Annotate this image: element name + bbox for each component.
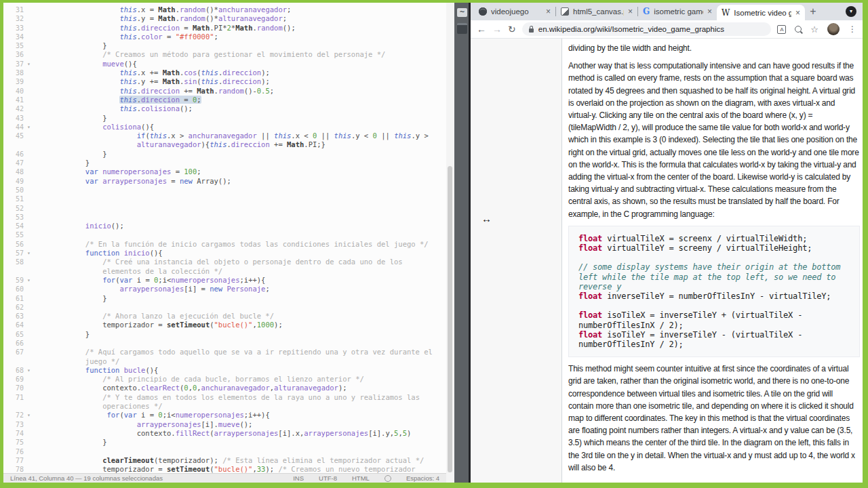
- code-row[interactable]: 50: [3, 186, 446, 195]
- code-row[interactable]: 58 /* Creé una instancia del objeto o pe…: [3, 258, 446, 266]
- code-row[interactable]: 33 this.direccion = Math.PI*2*Math.rando…: [3, 24, 446, 33]
- code-row[interactable]: 66: [3, 339, 446, 348]
- code-row[interactable]: 43 }: [3, 114, 446, 123]
- code-line-text[interactable]: /* Al principio de cada bucle, borramos …: [34, 375, 364, 384]
- code-line-text[interactable]: contexto.clearRect(0,0,anchuranavegador,…: [34, 384, 347, 392]
- code-line-text[interactable]: operaciones */: [34, 402, 163, 411]
- code-line-text[interactable]: }: [34, 294, 106, 303]
- code-row[interactable]: 36 /* Creamos un método para gestionar e…: [3, 50, 446, 59]
- code-line-text[interactable]: this.direccion = 0;: [34, 96, 201, 104]
- close-tab-icon[interactable]: ×: [795, 8, 800, 18]
- code-row[interactable]: 63 /* Ahora lanzo la ejecución del bucle…: [3, 312, 446, 321]
- code-line-text[interactable]: clearTimeout(temporizador); /* Esta líne…: [34, 456, 424, 465]
- encoding-selector[interactable]: UTF-8: [319, 474, 337, 482]
- address-bar[interactable]: en.wikipedia.org/wiki/Isometric_video_ga…: [522, 22, 772, 36]
- code-line-text[interactable]: for(var i = 0;i<numeropersonajes;i++){: [34, 276, 265, 285]
- indentation-selector[interactable]: Espacios: 4: [406, 474, 439, 482]
- profile-chevron-icon[interactable]: ▾: [846, 6, 856, 17]
- editor-scrollbar-thumb[interactable]: [448, 166, 452, 472]
- code-row[interactable]: 78 temporizador = setTimeout("bucle()",3…: [3, 465, 446, 473]
- code-line-text[interactable]: /* Ahora lanzo la ejecución del bucle */: [34, 312, 274, 321]
- code-row[interactable]: 71 /* Y te damos en todos los elementos …: [3, 393, 446, 402]
- code-row[interactable]: 57▾ function inicio(){: [3, 249, 446, 258]
- code-line-text[interactable]: for(var i = 0;i<numeropersonajes;i++){: [34, 411, 270, 420]
- code-row[interactable]: 39 this.y += Math.sin(this.direccion);: [3, 77, 446, 86]
- code-line-text[interactable]: this.colisiona();: [34, 104, 193, 113]
- code-line-text[interactable]: contexto.fillRect(arraypersonajes[i].x,a…: [34, 429, 411, 438]
- code-line-text[interactable]: function inicio(){: [34, 249, 163, 258]
- code-line-text[interactable]: /* Creé una instancia del objeto o perso…: [34, 258, 403, 266]
- briefcase-file-icon[interactable]: [457, 23, 467, 34]
- code-row[interactable]: 44▾ colisiona(){: [3, 123, 446, 131]
- code-row[interactable]: 47 }: [3, 159, 446, 167]
- tab-html5-canvas[interactable]: html5_canvas.png (13 ×: [556, 3, 637, 20]
- code-line-text[interactable]: /* Creamos un método para gestionar el m…: [34, 50, 385, 59]
- code-row[interactable]: 52: [3, 204, 446, 213]
- code-line-text[interactable]: }: [34, 330, 90, 339]
- code-row[interactable]: 69 /* Al principio de cada bucle, borram…: [3, 375, 446, 384]
- code-row[interactable]: 73 arraypersonajes[i].mueve();: [3, 420, 446, 429]
- code-row[interactable]: 75 }: [3, 438, 446, 447]
- reload-button[interactable]: ↻: [508, 24, 516, 35]
- code-row[interactable]: 35 }: [3, 41, 446, 50]
- code-row[interactable]: 70 contexto.clearRect(0,0,anchuranavegad…: [3, 384, 446, 392]
- code-row[interactable]: 51: [3, 195, 446, 203]
- code-line-text[interactable]: elementos de la colección */: [34, 267, 222, 276]
- close-tab-icon[interactable]: ×: [628, 7, 633, 16]
- code-line-text[interactable]: if(this.x > anchuranavegador || this.x <…: [34, 131, 429, 140]
- fold-arrow-icon[interactable]: ▾: [24, 276, 34, 285]
- code-line-text[interactable]: this.y += Math.sin(this.direccion);: [34, 77, 270, 86]
- code-line-text[interactable]: alturanavegador){this.direccion += Math.…: [34, 140, 326, 149]
- editor-scrollbar-track[interactable]: [446, 3, 454, 483]
- fold-arrow-icon[interactable]: ▾: [24, 60, 34, 68]
- code-line-text[interactable]: /* Aquí cargamos todo aquello que se va …: [34, 348, 433, 357]
- code-row[interactable]: 60 arraypersonajes[i] = new Personaje;: [3, 285, 446, 293]
- code-row[interactable]: 61 }: [3, 294, 446, 303]
- code-line-text[interactable]: var arraypersonajes = new Array();: [34, 177, 231, 186]
- code-line-text[interactable]: temporizador = setTimeout("bucle()",1000…: [34, 321, 283, 329]
- forward-button[interactable]: →: [492, 24, 502, 35]
- code-row[interactable]: 76: [3, 447, 446, 456]
- profile-avatar[interactable]: [827, 23, 840, 35]
- code-row[interactable]: elementos de la colección */: [3, 267, 446, 276]
- code-line-text[interactable]: juego */: [34, 357, 119, 366]
- code-line-text[interactable]: var numeropersonajes = 100;: [34, 167, 201, 176]
- code-row[interactable]: 40 this.direccion += Math.random()-0.5;: [3, 87, 446, 96]
- code-row[interactable]: 68▾ function bucle(){: [3, 366, 446, 375]
- code-row[interactable]: 53: [3, 213, 446, 222]
- url-text[interactable]: en.wikipedia.org/wiki/Isometric_video_ga…: [538, 25, 724, 33]
- new-tab-button[interactable]: +: [805, 3, 821, 20]
- code-row[interactable]: 59▾ for(var i = 0;i<numeropersonajes;i++…: [3, 276, 446, 285]
- code-row[interactable]: 31 this.x = Math.random()*anchuranavegad…: [3, 5, 446, 14]
- code-row[interactable]: 55: [3, 230, 446, 239]
- code-row[interactable]: alturanavegador){this.direccion += Math.…: [3, 140, 446, 149]
- code-line-text[interactable]: colisiona(){: [34, 123, 154, 131]
- code-row[interactable]: 72▾ for(var i = 0;i<numeropersonajes;i++…: [3, 411, 446, 420]
- syntax-selector[interactable]: HTML: [352, 474, 370, 482]
- tab-google-search[interactable]: G isometric games wikip ×: [638, 3, 717, 20]
- tab-isometric-wikipedia[interactable]: W Isometric video game ×: [717, 5, 805, 20]
- code-line-text[interactable]: temporizador = setTimeout("bucle()",33);…: [34, 465, 416, 473]
- code-row[interactable]: 46 }: [3, 150, 446, 159]
- code-line-text[interactable]: this.y = Math.random()*alturanavegador;: [34, 14, 287, 23]
- fold-arrow-icon[interactable]: ▾: [24, 123, 34, 131]
- code-line-text[interactable]: /* En la función de inicio cargamos toda…: [34, 240, 429, 249]
- code-line-text[interactable]: arraypersonajes[i].mueve();: [34, 420, 252, 429]
- code-row[interactable]: operaciones */: [3, 402, 446, 411]
- code-line-text[interactable]: function bucle(){: [34, 366, 158, 375]
- code-line-text[interactable]: }: [34, 150, 106, 159]
- zoom-icon[interactable]: [795, 26, 802, 33]
- code-row[interactable]: 54 inicio();: [3, 222, 446, 230]
- code-line-text[interactable]: }: [34, 114, 106, 123]
- code-row[interactable]: 62: [3, 303, 446, 312]
- code-line-text[interactable]: }: [34, 41, 106, 50]
- code-row[interactable]: 32 this.y = Math.random()*alturanavegado…: [3, 14, 446, 23]
- code-line-text[interactable]: this.color = "#ff0000";: [34, 33, 218, 41]
- close-tab-icon[interactable]: ×: [546, 7, 551, 16]
- code-line-text[interactable]: }: [34, 438, 106, 447]
- code-row[interactable]: 41 this.direccion = 0;: [3, 96, 446, 104]
- code-line-text[interactable]: arraypersonajes[i] = new Personaje;: [34, 285, 270, 293]
- fold-arrow-icon[interactable]: ▾: [24, 411, 34, 420]
- tab-videojuego[interactable]: videojuego ×: [474, 3, 555, 20]
- code-row[interactable]: 74 contexto.fillRect(arraypersonajes[i].…: [3, 429, 446, 438]
